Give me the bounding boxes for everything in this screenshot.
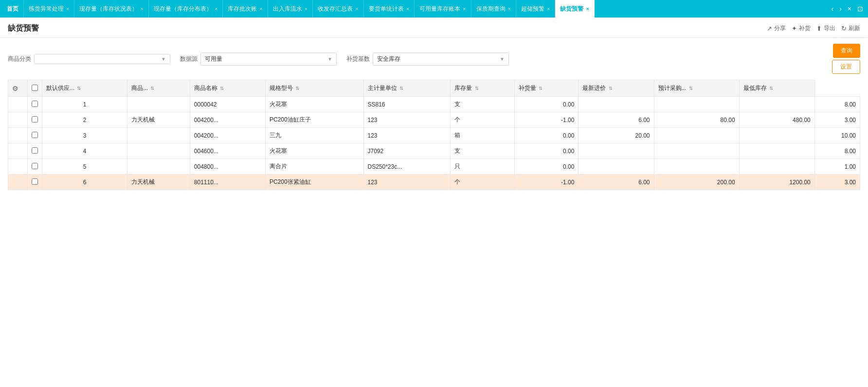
th-replenish[interactable]: 补货量 ⇅ [514, 80, 578, 97]
datasource-select[interactable]: 可用量 ▼ [200, 53, 337, 66]
tab-close-inventory-status[interactable]: × [140, 6, 143, 12]
refresh-button[interactable]: ↻ 刷新 [841, 24, 860, 33]
td-supplier-4 [127, 159, 190, 175]
row-checkbox-5[interactable] [32, 178, 38, 185]
td-gear-0 [8, 97, 28, 112]
replenish-button[interactable]: ✦ 补货 [792, 24, 811, 33]
tab-close-others-button[interactable]: × [845, 3, 854, 15]
td-latest-price-2 [654, 128, 739, 143]
refresh-icon: ↻ [841, 25, 847, 32]
td-estimated-purchase-2 [739, 128, 814, 143]
tab-close-expiry-query[interactable]: × [508, 6, 511, 12]
td-latest-price-5: 200.00 [654, 175, 739, 190]
tab-maximize-button[interactable]: ⊡ [854, 3, 866, 15]
tab-home[interactable]: 首页 [2, 0, 24, 18]
td-product-code-0: 0000042 [190, 97, 265, 112]
tab-inventory-dist[interactable]: 现存量（库存分布表） × [149, 0, 223, 18]
category-dropdown-icon: ▼ [161, 56, 166, 62]
td-index-3: 4 [42, 143, 127, 159]
tab-collect-summary[interactable]: 收发存汇总表 × [313, 0, 363, 18]
share-button[interactable]: ↗ 分享 [767, 24, 786, 33]
tab-prev-button[interactable]: ‹ [828, 3, 836, 15]
td-product-name-3: 火花塞 [266, 143, 363, 159]
th-stock[interactable]: 库存量 ⇅ [451, 80, 514, 97]
row-checkbox-3[interactable] [32, 147, 38, 154]
td-unit-2: 箱 [451, 128, 514, 143]
data-table: ⚙ 默认供应... ⇅ 商品... ⇅ 商品名称 ⇅ [8, 80, 860, 190]
replenish-base-dropdown-icon: ▼ [500, 56, 505, 62]
row-checkbox-0[interactable] [32, 101, 38, 107]
sort-icon-replenish: ⇅ [539, 86, 542, 91]
td-index-2: 3 [42, 128, 127, 143]
query-button[interactable]: 查询 [833, 44, 860, 58]
td-supplier-5: 力天机械 [127, 175, 190, 190]
td-min-stock-0: 8.00 [814, 97, 860, 112]
tab-bar: 首页 拣货异常处理 × 现存量（库存状况表） × 现存量（库存分布表） × 库存… [0, 0, 868, 18]
tab-available-ledger[interactable]: 可用量库存账本 × [415, 0, 471, 18]
th-supplier[interactable]: 默认供应... ⇅ [42, 80, 127, 97]
tab-close-inout-flow[interactable]: × [305, 6, 307, 12]
table-row: 3 004200... 三九 123 箱 0.00 20.00 10.00 [8, 128, 860, 143]
tab-inventory-status[interactable]: 现存量（库存状况表） × [74, 0, 148, 18]
tab-close-overstock-warning[interactable]: × [547, 6, 550, 12]
td-spec-5: 123 [363, 175, 451, 190]
td-checkbox-4 [28, 159, 42, 175]
th-estimated-purchase[interactable]: 预计采购... ⇅ [654, 80, 739, 97]
td-estimated-purchase-1: 480.00 [739, 112, 814, 128]
tab-next-button[interactable]: › [836, 3, 845, 15]
th-unit[interactable]: 主计量单位 ⇅ [363, 80, 451, 97]
td-unit-3: 支 [451, 143, 514, 159]
td-unit-5: 个 [451, 175, 514, 190]
td-latest-price-4 [654, 159, 739, 175]
td-replenish-4 [579, 159, 654, 175]
filter-row: 商品分类 ▼ 数据源 可用量 ▼ 补货基数 安全库存 ▼ 查询 设置 [0, 38, 868, 80]
tab-abnormal[interactable]: 拣货异常处理 × [24, 0, 74, 18]
td-min-stock-1: 3.00 [814, 112, 860, 128]
gear-icon[interactable]: ⚙ [12, 85, 18, 92]
row-checkbox-4[interactable] [32, 163, 38, 169]
tab-shortage-warning[interactable]: 缺货预警 × [555, 0, 594, 18]
row-checkbox-1[interactable] [32, 116, 38, 123]
tab-close-collect-summary[interactable]: × [355, 6, 358, 12]
category-select[interactable]: ▼ [34, 54, 170, 64]
td-spec-2: 123 [363, 128, 451, 143]
td-spec-1: 123 [363, 112, 451, 128]
th-product-name[interactable]: 商品名称 ⇅ [190, 80, 265, 97]
replenish-base-select[interactable]: 安全库存 ▼ [373, 53, 509, 66]
td-checkbox-2 [28, 128, 42, 143]
sort-icon-stock: ⇅ [475, 86, 479, 91]
table-row: 5 004800... 离合片 DS250*23c... 只 0.00 1.00 [8, 159, 860, 175]
row-checkbox-2[interactable] [32, 132, 38, 138]
td-estimated-purchase-5: 1200.00 [739, 175, 814, 190]
td-stock-1: -1.00 [514, 112, 578, 128]
sort-icon-spec: ⇅ [295, 86, 299, 91]
replenish-base-filter-label: 补货基数 [346, 55, 370, 63]
tab-close-batch-account[interactable]: × [259, 6, 262, 12]
tab-close-abnormal[interactable]: × [66, 6, 69, 12]
page-title: 缺货预警 [8, 23, 39, 34]
datasource-filter-label: 数据源 [180, 55, 198, 63]
td-latest-price-3 [654, 143, 739, 159]
select-all-checkbox[interactable] [32, 85, 38, 91]
datasource-filter: 数据源 可用量 ▼ [180, 53, 337, 66]
td-min-stock-4: 1.00 [814, 159, 860, 175]
tab-close-inventory-dist[interactable]: × [215, 6, 217, 12]
th-product-code[interactable]: 商品... ⇅ [127, 80, 190, 97]
tab-overstock-warning[interactable]: 超储预警 × [516, 0, 555, 18]
th-spec[interactable]: 规格型号 ⇅ [266, 80, 363, 97]
th-latest-price[interactable]: 最新进价 ⇅ [579, 80, 654, 97]
tab-inout-flow[interactable]: 出入库流水 × [268, 0, 313, 18]
tab-expiry-query[interactable]: 保质期查询 × [471, 0, 516, 18]
td-estimated-purchase-0 [739, 97, 814, 112]
tab-demand-stats[interactable]: 要货单统计表 × [364, 0, 415, 18]
tab-batch-account[interactable]: 库存批次账 × [223, 0, 268, 18]
th-min-stock[interactable]: 最低库存 ⇅ [739, 80, 814, 97]
tab-close-available-ledger[interactable]: × [463, 6, 466, 12]
settings-button[interactable]: 设置 [832, 60, 860, 74]
tab-close-shortage-warning[interactable]: × [586, 6, 589, 12]
td-stock-0: 0.00 [514, 97, 578, 112]
td-checkbox-3 [28, 143, 42, 159]
tab-close-demand-stats[interactable]: × [406, 6, 409, 12]
td-latest-price-1: 80.00 [654, 112, 739, 128]
export-button[interactable]: ⬆ 导出 [816, 24, 835, 33]
